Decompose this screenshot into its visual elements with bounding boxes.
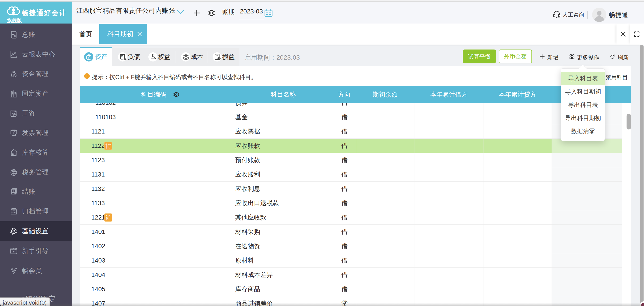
svg-text:负: 负 <box>122 55 123 57</box>
